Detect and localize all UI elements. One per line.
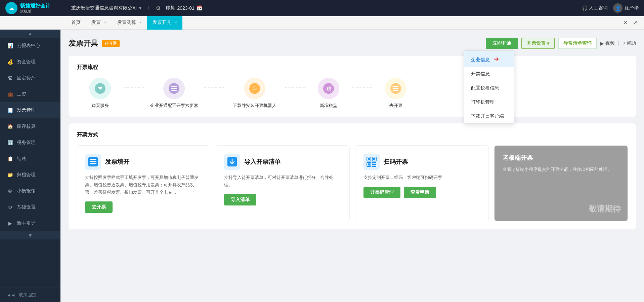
fill-invoice-button[interactable]: 去开票 [85,201,113,213]
sidebar-item-close-account[interactable]: 📋 结账 [0,151,60,167]
header-actions: 立即开通 开票设置 ▾ 企业信息 ➜ 开票信息 [486,38,636,49]
tab-home[interactable]: 首页 [66,16,86,30]
coming-soon-overlay: 敬请期待 [589,203,621,214]
dropdown-item-download[interactable]: 下载开票客户端 [464,109,514,123]
tab-invoice-calc[interactable]: 发票测算 × [112,16,147,30]
import-invoice-button[interactable]: 导入清单 [224,194,256,205]
sidebar-bottom-label: 取消固定 [19,292,36,298]
sidebar-item-expense-label: 小畅报销 [17,188,36,194]
method-card-fill: 发票填开 支持按照发票样式手工填开发票；可开具增值税电子普通发票、增值税普通发票… [77,145,210,221]
tab-invoice-label: 发票 [91,20,101,26]
method-header-boss: 老板端开票 [503,154,619,162]
settings-button[interactable]: 开票设置 ▾ [521,38,555,49]
tab-invoice-close[interactable]: × [104,20,106,25]
flow-step-4-icon: 税+ [318,78,339,99]
video-button[interactable]: ▶ 视频 [600,40,615,46]
tax-icon: 🔢 [7,139,13,146]
tab-bar: 首页 发票 × 发票测算 × 发票开具 × ✕ ⤢ [0,16,644,30]
import-invoice-icon [224,154,240,170]
top-bar: ☁ 畅捷通好会计 旗舰版 重庆畅捷交通信息咨询有限公司 ▾ + ⚙ 账期 202… [0,0,644,16]
expense-icon: © [7,188,13,194]
sidebar-item-funds[interactable]: 💰 资金管理 [0,54,60,70]
consult-button[interactable]: 🎧 人工咨询 [582,5,608,11]
flow-title: 开票流程 [77,64,628,71]
help-button[interactable]: ? 帮助 [622,40,636,46]
tab-invoice[interactable]: 发票 × [86,16,112,30]
consult-label: 人工咨询 [589,5,608,11]
svg-rect-3 [171,86,177,87]
qrcode-manage-button[interactable]: 开票码管理 [363,187,400,198]
logo-area: ☁ 畅捷通好会计 旗舰版 [5,2,66,14]
red-arrow-icon: ➜ [493,55,499,63]
invoice-icon: 🧾 [7,107,13,114]
sidebar-scroll-down[interactable]: ▼ [0,231,60,239]
sidebar-item-inventory[interactable]: 🏠 库存核算 [0,118,60,135]
company-name: 重庆畅捷交通信息咨询有限公司 [71,5,137,11]
maximize-button[interactable]: ⤢ [632,18,639,27]
sidebar-item-archive[interactable]: 📁 归档管理 [0,167,60,183]
sidebar-item-guide[interactable]: ▶ 新手引导 [0,215,60,231]
tab-invoice-calc-label: 发票测算 [117,20,136,26]
sidebar-unpin-button[interactable]: ◄◄ 取消固定 [0,288,60,302]
calendar-icon[interactable]: 📅 [197,5,202,11]
fill-invoice-icon [85,154,101,170]
settings-icon[interactable]: ⚙ [156,5,161,11]
svg-rect-12 [393,86,398,87]
methods-section: 开票方式 发票填开 支持按照发票样式手工填开发票；可开具增值税电子普通发票、增值… [69,123,636,229]
svg-rect-4 [171,88,177,89]
abnormal-list-button[interactable]: 异常清单查询 [558,38,597,49]
sidebar-item-assets[interactable]: 🏗 固定资产 [0,70,60,86]
svg-rect-14 [393,90,398,91]
play-icon: ▶ [600,41,604,46]
tab-invoice-open[interactable]: 发票开具 × [147,16,182,30]
period-info: 账期 2023-01 📅 [166,5,202,11]
scan-invoice-icon [363,154,380,170]
asset-icon: 🏗 [7,75,13,81]
sidebar-item-reports[interactable]: 📊 云报表中心 [0,38,60,54]
sidebar-item-tax[interactable]: 🔢 税务管理 [0,135,60,151]
import-invoice-title: 导入开票清单 [244,158,281,166]
flow-step-1-icon: ❤ [89,78,111,99]
sidebar-item-invoice[interactable]: 🧾 发票管理 [0,102,60,118]
svg-text:税: 税 [326,86,331,91]
activate-button[interactable]: 立即开通 [486,38,518,49]
sidebar-item-settings[interactable]: ⚙ 基础设置 [0,199,60,215]
flow-step-3-label: 下载并安装开票机器人 [233,103,276,109]
sidebar-item-guide-label: 新手引导 [17,220,36,226]
chevron-down-icon: ▾ [139,5,141,11]
tab-invoice-calc-close[interactable]: × [139,20,142,25]
sidebar-item-invoice-label: 发票管理 [17,107,36,113]
chevron-down-icon: ▾ [547,41,549,46]
settings-btn-wrap: 开票设置 ▾ 企业信息 ➜ 开票信息 配置税盘信息 [521,38,555,49]
sidebar-scroll-up[interactable]: ▲ [0,30,60,38]
boss-invoice-title: 老板端开票 [503,154,533,162]
dropdown-item-printer[interactable]: 打印机管理 [464,95,514,109]
company-selector[interactable]: 重庆畅捷交通信息咨询有限公司 ▾ [71,5,141,11]
sidebar-item-salary[interactable]: 💼 工资 [0,86,60,102]
tab-invoice-open-label: 发票开具 [153,20,171,26]
sidebar-item-expense[interactable]: © 小畅报销 [0,183,60,199]
dropdown-item-invoice-info[interactable]: 开票信息 [464,67,514,81]
sidebar-item-inventory-label: 库存核算 [17,123,36,129]
methods-title: 开票方式 [77,131,628,139]
chart-icon: 📊 [7,42,13,49]
sidebar-item-close-account-label: 结账 [17,156,26,162]
user-area[interactable]: 👤 徐泽华 [613,3,639,13]
svg-text:+: + [331,83,333,87]
period-value: 2023-01 [177,5,195,11]
view-apply-button[interactable]: 查看申请 [404,187,436,198]
boss-invoice-desc: 查看老板端小程序提交的开票申请，并作出相应的处理。 [503,166,619,173]
method-card-import: 导入开票清单 支持导入待开票清单，可对待开票清单进行拆分、合并处理。 导入清单 [216,145,349,221]
avatar: 👤 [613,3,622,13]
headset-icon: 🎧 [582,5,588,11]
page-header: 发票开具 待开通 立即开通 开票设置 ▾ 企业信息 ➜ [69,38,636,49]
flow-connector-1 [124,87,144,88]
flow-step-4-label: 新增税盘 [320,103,337,109]
dropdown-item-taxdisk-label: 配置税盘信息 [471,85,499,90]
dropdown-item-taxdisk[interactable]: 配置税盘信息 [464,81,514,95]
sidebar-item-reports-label: 云报表中心 [17,43,40,49]
dropdown-item-company[interactable]: 企业信息 ➜ [464,51,514,67]
close-tab-button[interactable]: ✕ [622,18,629,27]
tab-invoice-open-close[interactable]: × [175,20,177,25]
svg-text:❤: ❤ [98,85,102,91]
